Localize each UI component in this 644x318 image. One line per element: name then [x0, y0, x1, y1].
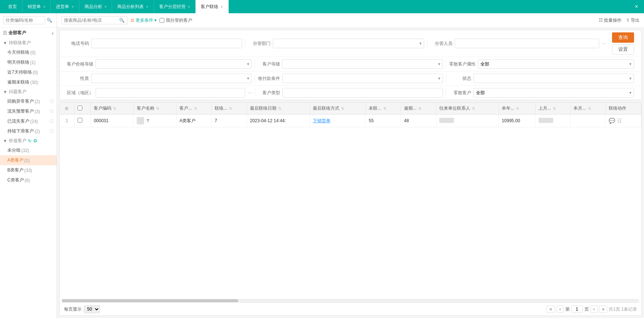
td-unit-contact: [436, 114, 498, 127]
my-customers-checkbox[interactable]: [160, 18, 164, 23]
page-size-select[interactable]: 50: [84, 305, 100, 313]
main-search-icon[interactable]: 🔍: [119, 18, 125, 23]
retail-customer-select[interactable]: 全部 ▾: [473, 88, 634, 98]
close-product-analysis[interactable]: ×: [104, 4, 107, 9]
sort-icon-overdue: ⇅: [418, 106, 421, 110]
sidebar: 🔍 ☷ 全部客户 ‹ ▼ 待联络客户 今天待联络 (0) 明天待联络 (1) 近…: [0, 13, 57, 318]
chat-icon[interactable]: 💬: [609, 118, 615, 124]
scroll-thumb[interactable]: [62, 299, 238, 302]
select-all-checkbox[interactable]: [78, 106, 82, 110]
page-number-input[interactable]: [571, 305, 583, 313]
sidebar-item-tomorrow-pending[interactable]: 明天待联络 (1): [0, 57, 57, 67]
th-checkbox[interactable]: [74, 103, 91, 114]
status-select[interactable]: ▾: [473, 74, 634, 83]
th-overdue[interactable]: 逾期... ⇅: [401, 103, 436, 114]
sort-icon-code: ⇅: [113, 106, 116, 110]
manager-more-icon[interactable]: ···: [602, 41, 606, 46]
sidebar-item-today-pending[interactable]: 今天待联络 (0): [0, 47, 57, 57]
th-settings[interactable]: ⚙: [60, 103, 74, 114]
refresh-icon[interactable]: ↻: [28, 138, 32, 144]
customer-level-label: 客户等级: [258, 61, 280, 67]
qr-icon[interactable]: ☷: [617, 118, 622, 124]
pagination-right: « ‹ 第 页 › » 共1页 1条记录: [547, 305, 637, 313]
th-customer-type[interactable]: 客户... ⇅: [176, 103, 212, 114]
more-conditions-btn[interactable]: ⚖ 更多条件 ▾: [130, 17, 157, 24]
close-product-analysis-list[interactable]: ×: [146, 4, 148, 9]
th-this-year[interactable]: 本年... ⇅: [498, 103, 535, 114]
phone-input[interactable]: [91, 39, 242, 48]
th-contact-count[interactable]: 联络... ⇅: [212, 103, 247, 114]
table-header-row: ⚙ 客户编码 ⇅ 客户名称 ⇅: [60, 103, 641, 114]
info-icon-1: ⓘ: [50, 99, 54, 104]
dept-select[interactable]: ▾: [273, 39, 424, 48]
th-code[interactable]: 客户编码 ⇅: [91, 103, 134, 114]
prev-page-btn[interactable]: ‹: [557, 305, 564, 313]
filter-cell-customer-type: 客户类型: [255, 88, 446, 98]
sidebar-item-class-b[interactable]: B类客户 (33): [0, 165, 57, 175]
th-unit-contact[interactable]: 往来单位联系人 ⇅: [436, 103, 498, 114]
close-customer-segment[interactable]: ×: [188, 4, 190, 9]
all-customers-header[interactable]: ☷ 全部客户 ‹: [0, 28, 57, 38]
sidebar-search-input[interactable]: [3, 16, 45, 24]
th-name[interactable]: 客户名称 ⇅: [133, 103, 176, 114]
nav-product-analysis[interactable]: 商品分析 ×: [79, 0, 112, 13]
th-last-contact-date[interactable]: 最后联络日期 ⇅: [247, 103, 310, 114]
sidebar-item-unclassified[interactable]: 未分组 (32): [0, 145, 57, 155]
settings-value-icon[interactable]: ⚙: [33, 138, 37, 144]
sidebar-item-churn-warning[interactable]: 流失预警客户 (3) ⓘ: [0, 106, 57, 116]
customer-level-select[interactable]: ▾: [282, 59, 443, 69]
close-customer-contact[interactable]: ×: [221, 4, 223, 9]
region-more-icon[interactable]: ···: [248, 90, 252, 95]
last-page-btn[interactable]: »: [599, 305, 608, 313]
nav-purchase-order[interactable]: 进货单 ×: [51, 0, 79, 13]
sidebar-item-repurchase-abnormal[interactable]: 回购异常客户 (2) ⓘ: [0, 96, 57, 106]
filter-row-1: 电话号码 分管部门 ▾ 分管人员 ··· 查询 设置: [60, 30, 641, 57]
sidebar-item-declining[interactable]: 持续下滑客户 (2) ⓘ: [0, 126, 57, 136]
nav-customer-contact[interactable]: 客户联络 ×: [196, 0, 228, 13]
close-sales-order[interactable]: ×: [43, 4, 45, 9]
sidebar-item-class-c[interactable]: C类客户 (6): [0, 175, 57, 185]
filter-cell-nature: 性质 ▾: [64, 74, 255, 83]
pending-contact-group[interactable]: ▼ 待联络客户: [0, 38, 57, 47]
main-search-input[interactable]: [64, 18, 119, 23]
nature-select[interactable]: ▾: [91, 74, 252, 83]
setting-button[interactable]: 设置: [612, 44, 634, 54]
sidebar-item-7days-pending[interactable]: 近7天待联络 (0): [0, 67, 57, 77]
close-all-tabs[interactable]: ×: [632, 3, 641, 10]
sidebar-search-icon[interactable]: 🔍: [47, 18, 52, 23]
th-this-month[interactable]: 本月... ⇅: [570, 103, 606, 114]
close-purchase-order[interactable]: ×: [71, 4, 74, 9]
th-not-contacted[interactable]: 未联... ⇅: [366, 103, 401, 114]
region-input[interactable]: [96, 88, 245, 98]
payment-select[interactable]: ▾: [282, 74, 443, 83]
export-btn[interactable]: ⇧ 导出: [626, 17, 640, 24]
nav-customer-segment[interactable]: 客户分层经营 ×: [154, 0, 196, 13]
retail-attr-select[interactable]: 全部 ▾: [478, 59, 634, 69]
batch-operation-btn[interactable]: ☷ 批量操作: [599, 17, 622, 24]
chevron-down-icon: ▾: [154, 18, 157, 23]
customer-avatar: [137, 117, 144, 124]
sidebar-item-overdue-contact[interactable]: 逾期未联络 (30): [0, 77, 57, 87]
value-customers-group[interactable]: ▼ 价值客户 ↻ ⚙: [0, 136, 57, 145]
sort-icon-type: ⇅: [194, 106, 197, 110]
th-last-contact-method[interactable]: 最后联络方式 ⇅: [310, 103, 365, 114]
filter-cell-dept: 分管部门 ▾: [246, 39, 427, 48]
nav-home[interactable]: 首页: [3, 0, 22, 13]
row-checkbox[interactable]: [78, 118, 82, 123]
first-page-btn[interactable]: «: [547, 305, 555, 313]
td-checkbox[interactable]: [74, 114, 91, 127]
sidebar-item-churned[interactable]: 已流失客户 (24) ⓘ: [0, 116, 57, 126]
horizontal-scrollbar[interactable]: [62, 299, 639, 303]
nav-product-analysis-list[interactable]: 商品分析列表 ×: [112, 0, 154, 13]
manager-input[interactable]: [455, 39, 599, 48]
price-level-select[interactable]: ▾: [96, 59, 252, 69]
customer-type-input[interactable]: [282, 88, 443, 98]
next-page-btn[interactable]: ›: [590, 305, 598, 313]
th-actions: 联络动作: [606, 103, 641, 114]
query-button[interactable]: 查询: [612, 32, 634, 43]
td-last-contact-method[interactable]: 下销货单: [310, 114, 365, 127]
nav-sales-order[interactable]: 销货单 ×: [22, 0, 51, 13]
th-last-month[interactable]: 上月... ⇅: [535, 103, 570, 114]
problem-customers-group[interactable]: ▼ 问题客户: [0, 87, 57, 96]
sidebar-item-class-a[interactable]: A类客户 (1): [0, 155, 57, 165]
